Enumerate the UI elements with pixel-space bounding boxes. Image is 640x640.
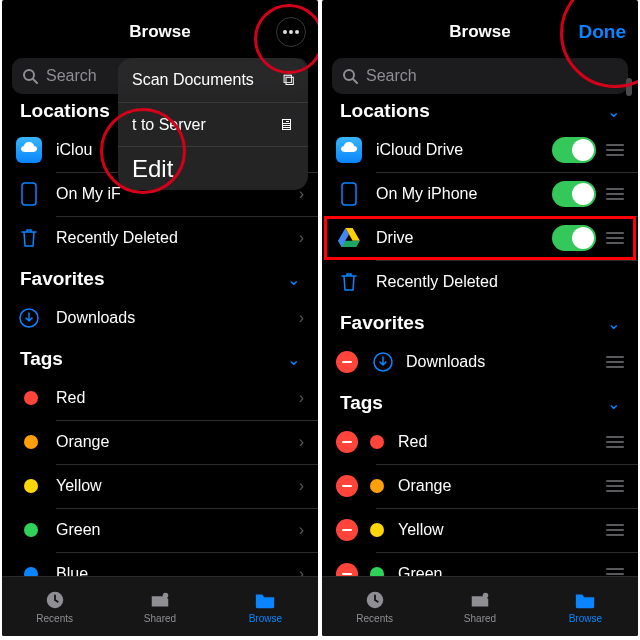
download-icon bbox=[16, 305, 42, 331]
folder-icon bbox=[252, 589, 278, 611]
drag-handle-icon[interactable] bbox=[606, 480, 624, 492]
locations-header[interactable]: Locations ⌄ bbox=[322, 92, 638, 128]
tag-yellow[interactable]: Yellow › bbox=[2, 464, 318, 508]
favorites-header[interactable]: Favorites ⌄ bbox=[322, 304, 638, 340]
server-icon: 🖥 bbox=[278, 116, 294, 134]
tag-dot-icon bbox=[24, 391, 38, 405]
tab-recents[interactable]: Recents bbox=[322, 577, 427, 636]
svg-line-7 bbox=[353, 79, 357, 83]
chevron-down-icon: ⌄ bbox=[287, 350, 300, 369]
clock-icon bbox=[42, 589, 68, 611]
tab-shared[interactable]: Shared bbox=[427, 577, 532, 636]
tag-dot-icon bbox=[24, 479, 38, 493]
svg-point-11 bbox=[483, 593, 489, 599]
remove-icon[interactable] bbox=[336, 475, 358, 497]
menu-server[interactable]: t to Server 🖥 bbox=[118, 102, 308, 146]
scan-icon: ⧉ bbox=[283, 71, 294, 89]
tag-green[interactable]: Green › bbox=[2, 508, 318, 552]
tab-browse[interactable]: Browse bbox=[533, 577, 638, 636]
remove-icon[interactable] bbox=[336, 431, 358, 453]
browse-title: Browse bbox=[129, 22, 190, 42]
tag-red[interactable]: Red bbox=[322, 420, 638, 464]
favorites-header[interactable]: Favorites ⌄ bbox=[2, 260, 318, 296]
trash-icon bbox=[336, 269, 362, 295]
location-deleted[interactable]: Recently Deleted › bbox=[2, 216, 318, 260]
chevron-right-icon: › bbox=[299, 521, 304, 539]
tag-dot-icon bbox=[24, 523, 38, 537]
toggle-iphone[interactable] bbox=[552, 181, 596, 207]
tag-orange[interactable]: Orange › bbox=[2, 420, 318, 464]
chevron-right-icon: › bbox=[299, 477, 304, 495]
remove-icon[interactable] bbox=[336, 351, 358, 373]
location-icloud[interactable]: iCloud Drive bbox=[322, 128, 638, 172]
drag-handle-icon[interactable] bbox=[606, 188, 624, 200]
cloud-icon bbox=[16, 137, 42, 163]
tag-dot-icon bbox=[24, 435, 38, 449]
remove-icon[interactable] bbox=[336, 563, 358, 576]
drag-handle-icon[interactable] bbox=[606, 144, 624, 156]
chevron-right-icon: › bbox=[299, 389, 304, 407]
svg-line-1 bbox=[33, 79, 37, 83]
tab-browse[interactable]: Browse bbox=[213, 577, 318, 636]
tag-dot-icon bbox=[370, 435, 384, 449]
svg-rect-2 bbox=[22, 183, 36, 205]
browse-title: Browse bbox=[449, 22, 510, 42]
tag-blue[interactable]: Blue › bbox=[2, 552, 318, 576]
chevron-down-icon: ⌄ bbox=[607, 102, 620, 121]
tags-header[interactable]: Tags ⌄ bbox=[2, 340, 318, 376]
trash-icon bbox=[16, 225, 42, 251]
header: Browse Done bbox=[322, 10, 638, 54]
header: Browse bbox=[2, 10, 318, 54]
chevron-right-icon: › bbox=[299, 565, 304, 576]
folder-icon bbox=[572, 589, 598, 611]
search-input[interactable] bbox=[364, 66, 618, 86]
svg-rect-8 bbox=[342, 183, 356, 205]
chevron-right-icon: › bbox=[299, 433, 304, 451]
tab-bar: Recents Shared Browse bbox=[2, 576, 318, 636]
search-field[interactable] bbox=[332, 58, 628, 94]
chevron-down-icon: ⌄ bbox=[607, 394, 620, 413]
drag-handle-icon[interactable] bbox=[606, 568, 624, 576]
chevron-right-icon: › bbox=[299, 229, 304, 247]
favorite-downloads[interactable]: Downloads › bbox=[2, 296, 318, 340]
drag-handle-icon[interactable] bbox=[606, 524, 624, 536]
tag-dot-icon bbox=[370, 567, 384, 576]
cloud-icon bbox=[336, 137, 362, 163]
toggle-icloud[interactable] bbox=[552, 137, 596, 163]
tag-yellow[interactable]: Yellow bbox=[322, 508, 638, 552]
search-icon bbox=[22, 68, 38, 84]
location-deleted[interactable]: Recently Deleted bbox=[322, 260, 638, 304]
tag-red[interactable]: Red › bbox=[2, 376, 318, 420]
more-menu: Scan Documents ⧉ t to Server 🖥 Edit bbox=[118, 58, 308, 190]
menu-edit[interactable]: Edit bbox=[118, 146, 308, 190]
download-icon bbox=[370, 349, 396, 375]
tags-header[interactable]: Tags ⌄ bbox=[322, 384, 638, 420]
tab-bar: Recents Shared Browse bbox=[322, 576, 638, 636]
tag-dot-icon bbox=[24, 567, 38, 576]
phone-right: Browse Done Locations ⌄ iCloud Drive On … bbox=[322, 0, 638, 636]
done-button[interactable]: Done bbox=[579, 21, 627, 43]
menu-scan[interactable]: Scan Documents ⧉ bbox=[118, 58, 308, 102]
search-icon bbox=[342, 68, 358, 84]
more-button[interactable] bbox=[276, 17, 306, 47]
chevron-right-icon: › bbox=[299, 309, 304, 327]
chevron-down-icon: ⌄ bbox=[287, 270, 300, 289]
tab-recents[interactable]: Recents bbox=[2, 577, 107, 636]
remove-icon[interactable] bbox=[336, 519, 358, 541]
location-iphone[interactable]: On My iPhone bbox=[322, 172, 638, 216]
iphone-icon bbox=[336, 181, 362, 207]
iphone-icon bbox=[16, 181, 42, 207]
tag-orange[interactable]: Orange bbox=[322, 464, 638, 508]
shared-icon bbox=[147, 589, 173, 611]
clock-icon bbox=[362, 589, 388, 611]
tab-shared[interactable]: Shared bbox=[107, 577, 212, 636]
tag-dot-icon bbox=[370, 479, 384, 493]
chevron-down-icon: ⌄ bbox=[607, 314, 620, 333]
drag-handle-icon[interactable] bbox=[606, 356, 624, 368]
tag-green[interactable]: Green bbox=[322, 552, 638, 576]
toggle-gdrive[interactable] bbox=[552, 225, 596, 251]
drag-handle-icon[interactable] bbox=[606, 232, 624, 244]
drag-handle-icon[interactable] bbox=[606, 436, 624, 448]
location-gdrive[interactable]: Drive bbox=[322, 216, 638, 260]
favorite-downloads[interactable]: Downloads bbox=[322, 340, 638, 384]
